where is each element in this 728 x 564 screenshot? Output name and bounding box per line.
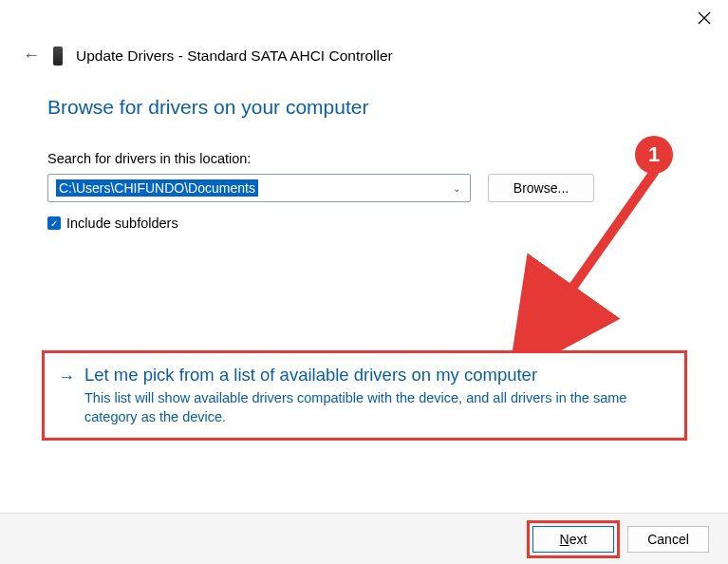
drive-icon [53, 47, 63, 66]
search-row: C:\Users\CHIFUNDO\Documents ⌄ Browse... [47, 174, 681, 202]
path-value: C:\Users\CHIFUNDO\Documents [56, 179, 258, 197]
path-dropdown[interactable]: C:\Users\CHIFUNDO\Documents ⌄ [47, 174, 471, 202]
next-button[interactable]: Next [532, 526, 614, 553]
footer-bar: Next Cancel [0, 513, 728, 564]
search-label: Search for drivers in this location: [47, 151, 681, 166]
close-icon[interactable] [698, 11, 711, 28]
back-arrow-icon[interactable]: ← [23, 46, 40, 66]
option-description: This list will show available drivers co… [84, 389, 671, 426]
arrow-right-icon: → [58, 367, 75, 387]
annotation-badge-1: 1 [635, 136, 673, 174]
chevron-down-icon: ⌄ [453, 183, 460, 194]
checkbox-checked-icon: ✓ [47, 216, 61, 230]
pick-from-list-option[interactable]: → Let me pick from a list of available d… [42, 350, 687, 441]
include-subfolders-checkbox[interactable]: ✓ Include subfolders [47, 216, 681, 231]
cancel-button[interactable]: Cancel [627, 526, 709, 553]
header: ← Update Drivers - Standard SATA AHCI Co… [0, 0, 728, 66]
option-title: Let me pick from a list of available dri… [84, 365, 671, 385]
browse-button[interactable]: Browse... [488, 174, 594, 202]
content-area: Browse for drivers on your computer Sear… [0, 66, 728, 231]
include-subfolders-label: Include subfolders [66, 216, 178, 231]
page-heading: Browse for drivers on your computer [47, 96, 681, 119]
next-highlight: Next [527, 520, 620, 558]
window-title: Update Drivers - Standard SATA AHCI Cont… [76, 47, 393, 65]
